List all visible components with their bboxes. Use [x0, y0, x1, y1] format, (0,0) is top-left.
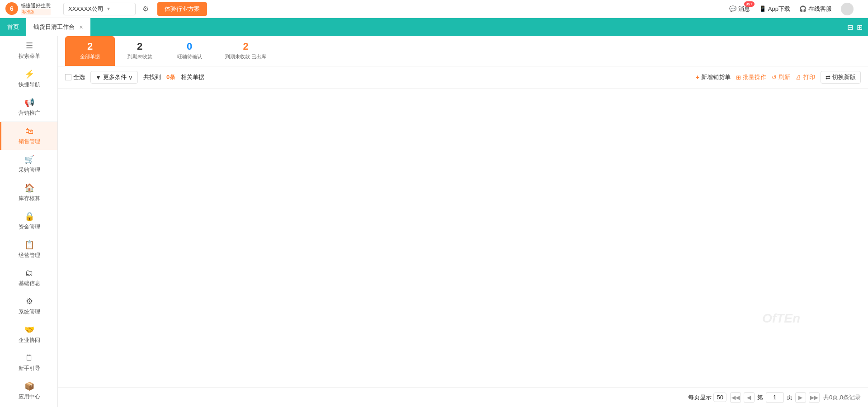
tab-work[interactable]: 钱货日清工作台 ✕ — [26, 18, 90, 36]
sidebar-label-inventory: 库存核算 — [19, 195, 40, 202]
page-label: 第 — [757, 393, 763, 402]
company-selector[interactable]: XXXXXX公司 ▼ — [63, 3, 136, 15]
page-number-input[interactable] — [766, 392, 784, 403]
finance-icon: 🔒 — [24, 211, 34, 221]
app-download-label: App下载 — [768, 5, 790, 13]
summary-tab-pending[interactable]: 0 旺辅待确认 — [165, 36, 214, 66]
summary-tab-all[interactable]: 2 全部单据 — [65, 36, 115, 66]
pagination-bar: 每页显示 50 ◀◀ ◀ 第 页 ▶ ▶▶ 共0页,0条记录 — [58, 387, 868, 407]
search-menu-icon: ☰ — [26, 41, 33, 51]
sidebar-item-sales[interactable]: 🛍 销售管理 — [0, 122, 57, 150]
guide-icon: 🗒 — [25, 353, 33, 363]
sidebar-label-quick-nav: 快捷导航 — [19, 81, 40, 89]
sidebar-item-cooperation[interactable]: 🤝 企业协同 — [0, 320, 57, 349]
sidebar-label-search-menu: 搜索菜单 — [19, 52, 40, 60]
found-text: 共找到 — [143, 73, 161, 81]
sidebar-item-app-center[interactable]: 📦 应用中心 — [0, 377, 57, 405]
print-icon: 🖨 — [796, 74, 802, 81]
related-label: 相关单据 — [181, 73, 204, 81]
checkbox-input[interactable] — [65, 74, 71, 80]
sidebar-label-guide: 新手引导 — [19, 365, 40, 372]
inventory-icon: 🏠 — [24, 183, 34, 193]
sidebar-item-guide[interactable]: 🗒 新手引导 — [0, 349, 57, 377]
download-icon: 📱 — [759, 5, 766, 12]
sidebar-item-wechat[interactable]: 💬 企业微信 — [0, 405, 57, 407]
summary-label-pending: 旺辅待确认 — [177, 53, 202, 60]
next-page-button[interactable]: ▶ — [795, 392, 806, 403]
tab-close-icon[interactable]: ✕ — [79, 24, 83, 30]
sidebar-item-purchase[interactable]: 🛒 采购管理 — [0, 150, 57, 178]
logo-badge: 标准版 — [21, 9, 51, 15]
summary-label-overdue: 到期未收款 — [127, 53, 152, 60]
message-button[interactable]: 💬 消息 99+ — [729, 5, 750, 13]
per-page-label: 每页显示 — [688, 393, 712, 402]
tab-expand-icon[interactable]: ⊞ — [857, 23, 863, 32]
batch-operation-button[interactable]: ⊞ 批量操作 — [736, 73, 766, 81]
refresh-button[interactable]: ↺ 刷新 — [772, 73, 790, 81]
print-label: 打印 — [803, 73, 815, 81]
avatar[interactable] — [841, 3, 854, 15]
sidebar-label-sales: 销售管理 — [19, 138, 40, 145]
sidebar-label-basic-info: 基础信息 — [19, 280, 40, 287]
sidebar-item-finance[interactable]: 🔒 资金管理 — [0, 207, 57, 235]
sales-icon: 🛍 — [25, 126, 33, 136]
sidebar-item-system[interactable]: ⚙ 系统管理 — [0, 292, 57, 320]
filter-icon: ▼ — [95, 74, 101, 81]
trial-button[interactable]: 体验行业方案 — [157, 2, 207, 16]
sidebar-item-inventory[interactable]: 🏠 库存核算 — [0, 178, 57, 207]
sidebar-item-marketing[interactable]: 📢 营销推广 — [0, 93, 57, 122]
tab-bar: 首页 钱货日清工作台 ✕ ⊟ ⊞ — [0, 18, 868, 36]
main-layout: ☰ 搜索菜单 ⚡ 快捷导航 📢 营销推广 🛍 销售管理 🛒 采购管理 🏠 库存核… — [0, 36, 868, 407]
message-icon: 💬 — [729, 5, 736, 12]
switch-label: 切换新版 — [832, 73, 856, 81]
content-area — [58, 89, 868, 387]
switch-version-button[interactable]: ⇄ 切换新版 — [821, 71, 861, 84]
prev-page-button[interactable]: ◀ — [744, 392, 755, 403]
summary-count-pending: 0 — [187, 41, 192, 52]
service-label: 在线客服 — [808, 5, 832, 13]
app-center-icon: 📦 — [24, 381, 34, 391]
tab-work-label: 钱货日清工作台 — [33, 23, 75, 31]
sidebar-item-operation[interactable]: 📋 经营管理 — [0, 235, 57, 264]
logo-area: 6 畅捷通好生意 标准版 — [5, 2, 63, 15]
summary-tab-overdue[interactable]: 2 到期未收款 — [115, 36, 165, 66]
tab-home[interactable]: 首页 — [0, 18, 26, 36]
app-download-button[interactable]: 📱 App下载 — [759, 5, 790, 13]
tab-minimize-icon[interactable]: ⊟ — [847, 23, 853, 32]
logo-icon: 6 — [5, 2, 18, 15]
select-all-label: 全选 — [73, 73, 85, 81]
summary-count-overdue-out: 2 — [243, 41, 248, 52]
first-page-button[interactable]: ◀◀ — [730, 392, 741, 403]
refresh-icon: ↺ — [772, 74, 777, 81]
sidebar-top-actions: ☰ 搜索菜单 ⚡ 快捷导航 📢 营销推广 — [0, 36, 57, 122]
per-page-select[interactable]: 50 — [713, 393, 726, 402]
sidebar-label-finance: 资金管理 — [19, 223, 40, 231]
found-count: 0条 — [166, 73, 175, 81]
sidebar-label-cooperation: 企业协同 — [19, 337, 40, 344]
batch-label: 批量操作 — [743, 73, 766, 81]
more-filter-button[interactable]: ▼ 更多条件 ∨ — [90, 71, 138, 84]
chevron-down-icon: ▼ — [106, 6, 111, 11]
print-button[interactable]: 🖨 打印 — [796, 73, 815, 81]
quick-nav-icon: ⚡ — [24, 69, 34, 79]
service-icon: 🎧 — [799, 5, 807, 12]
last-page-button[interactable]: ▶▶ — [809, 392, 820, 403]
sidebar-item-quick-nav[interactable]: ⚡ 快捷导航 — [0, 65, 57, 93]
summary-tabs: 2 全部单据 2 到期未收款 0 旺辅待确认 2 到期未收款 已出库 — [58, 36, 868, 66]
online-service-button[interactable]: 🎧 在线客服 — [799, 5, 832, 13]
summary-label-all: 全部单据 — [80, 53, 100, 60]
top-right-area: 💬 消息 99+ 📱 App下载 🎧 在线客服 — [729, 3, 863, 15]
select-all-checkbox[interactable]: 全选 — [65, 73, 85, 81]
operation-icon: 📋 — [24, 240, 34, 250]
refresh-label: 刷新 — [778, 73, 790, 81]
sidebar-item-search-menu[interactable]: ☰ 搜索菜单 — [0, 36, 57, 65]
summary-label-overdue-out: 到期未收款 已出库 — [225, 53, 266, 60]
sidebar-label-purchase: 采购管理 — [19, 166, 40, 174]
summary-tab-overdue-out[interactable]: 2 到期未收款 已出库 — [214, 36, 277, 66]
sidebar-item-basic-info[interactable]: 🗂 基础信息 — [0, 264, 57, 292]
cooperation-icon: 🤝 — [24, 325, 34, 335]
add-sales-order-button[interactable]: + 新增销货单 — [696, 73, 731, 81]
toolbar-right: + 新增销货单 ⊞ 批量操作 ↺ 刷新 🖨 打印 ⇄ 切换新版 — [696, 71, 861, 84]
company-name: XXXXXX公司 — [68, 5, 104, 13]
settings-button[interactable]: ⚙ — [139, 3, 152, 15]
